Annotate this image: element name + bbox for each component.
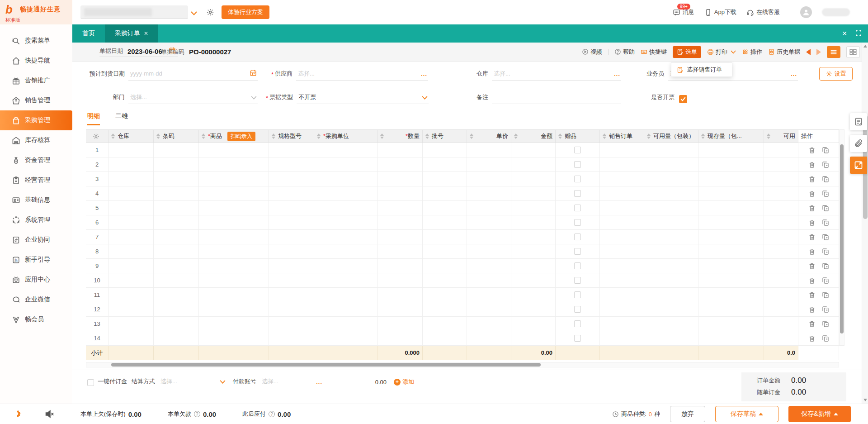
copy-add-icon[interactable] [822,190,829,197]
table-row[interactable]: 14 [86,331,844,346]
column-header-可用[interactable]: 可用 [764,129,798,143]
column-header-单价[interactable]: 单价 [467,129,511,143]
column-header-规格型号[interactable]: 规格型号 [269,129,314,143]
delete-icon[interactable] [808,190,816,197]
column-header-仓库[interactable]: 仓库 [108,129,154,143]
sidebar-item-baseinfo[interactable]: 基础信息 [0,190,72,210]
prev-doc-icon[interactable] [806,49,811,55]
delete-icon[interactable] [808,248,816,255]
column-header-可用量（包装）[interactable]: 可用量（包装） [644,129,698,143]
delete-icon[interactable] [808,233,816,241]
delete-icon[interactable] [808,205,816,212]
sidebar-item-purchase[interactable]: 采购管理 [0,110,72,130]
sort-icon[interactable] [470,133,473,139]
delete-icon[interactable] [808,277,816,284]
gift-checkbox[interactable] [574,205,581,211]
sort-icon[interactable] [767,133,770,139]
sidebar-item-sales[interactable]: 销售管理 [0,91,72,110]
copy-add-icon[interactable] [822,335,829,342]
table-row[interactable]: 3 [86,172,844,186]
gift-checkbox[interactable] [574,147,581,153]
print-button[interactable]: 打印 [707,48,727,56]
attachment-button[interactable] [850,135,867,152]
sort-icon[interactable] [647,133,651,139]
column-header-金额[interactable]: 金额 [511,129,556,143]
table-row[interactable]: 10 [86,273,844,288]
delete-icon[interactable] [808,219,816,226]
sidebar-item-appcenter[interactable]: 应用中心 [0,270,72,290]
tab-home[interactable]: 首页 [72,24,105,43]
table-row[interactable]: 5 [86,201,844,215]
close-tab-icon[interactable]: ✕ [144,30,148,37]
gift-checkbox[interactable] [574,161,581,168]
table-row[interactable]: 13 [86,317,844,331]
delete-icon[interactable] [808,320,816,328]
sidebar-item-search[interactable]: 搜索菜单 [0,31,72,51]
copy-add-icon[interactable] [822,306,829,313]
sort-icon[interactable] [425,133,429,139]
chevron-down-icon[interactable] [191,10,197,17]
remark-field[interactable]: 备注 [461,89,621,104]
industry-solution-button[interactable]: 体验行业方案 [222,5,269,19]
warehouse-field[interactable]: 仓库 选择... ... [461,65,621,81]
gift-checkbox[interactable] [574,320,581,327]
gift-checkbox[interactable] [574,190,581,197]
expected-date-field[interactable]: 预计到货日期 yyyy-mm-dd [81,65,258,81]
sidebar-item-home[interactable]: 快捷导航 [0,51,72,71]
table-row[interactable]: 11 [86,288,844,302]
chevron-down-icon[interactable] [251,94,257,101]
scan-input-button[interactable]: 扫码录入 [227,132,255,141]
online-service-link[interactable]: 在线客服 [746,8,780,16]
avatar[interactable] [800,6,812,18]
column-header-现存量（包...[interactable]: 现存量（包... [698,129,764,143]
table-row[interactable]: 1 [86,143,844,157]
app-download-link[interactable]: App下载 [704,8,736,16]
column-header-数量[interactable]: *数量 [377,129,423,143]
messages-link[interactable]: 消息 99+ [673,8,694,16]
delete-icon[interactable] [808,147,816,154]
print-dropdown-icon[interactable] [731,48,736,55]
card-view-button[interactable] [846,46,860,58]
sidebar-item-funds[interactable]: 资金管理 [0,150,72,170]
copy-add-icon[interactable] [822,176,829,183]
expand-button[interactable] [850,157,867,174]
sort-icon[interactable] [603,133,606,139]
delete-icon[interactable] [808,306,816,313]
page-scrollbar[interactable] [862,43,868,404]
gift-checkbox[interactable] [574,176,581,182]
copy-add-icon[interactable] [822,262,829,270]
question-icon[interactable]: ? [269,411,275,417]
ellipsis-picker-icon[interactable]: ... [316,378,322,385]
close-all-tabs-icon[interactable]: ✕ [842,30,847,37]
deposit-amount-input[interactable]: 0.00 [333,379,387,388]
cancel-button[interactable]: 放弃 [670,406,705,422]
sort-icon[interactable] [202,133,205,139]
video-link[interactable]: 视频 [582,48,602,56]
copy-add-icon[interactable] [822,233,829,241]
gift-checkbox[interactable] [574,291,581,298]
bill-type-field[interactable]: * 票据类型 不开票 [266,89,429,104]
table-row[interactable]: 8 [86,244,844,259]
copy-add-icon[interactable] [822,147,829,154]
company-selector[interactable] [80,5,188,19]
copy-add-icon[interactable] [822,205,829,212]
pick-order-button[interactable]: 选单 [673,46,701,58]
sort-icon[interactable] [156,133,160,139]
delete-icon[interactable] [808,291,816,299]
sidebar-item-wechat[interactable]: 企业微信 [0,290,72,310]
question-icon[interactable]: ? [194,411,200,417]
tab-purchase-order[interactable]: 采购订单 ✕ [105,24,158,43]
settle-method-select[interactable]: 选择... [159,377,226,388]
sort-icon[interactable] [514,133,518,139]
list-view-button[interactable] [827,46,840,58]
table-vertical-scrollbar[interactable] [839,129,844,346]
delete-icon[interactable] [808,176,816,183]
fullscreen-icon[interactable] [855,30,862,38]
sidebar-item-inventory[interactable]: 库存核算 [0,130,72,150]
sidebar-item-guide[interactable]: 新新手引导 [0,250,72,270]
sort-icon[interactable] [111,133,115,139]
column-header-操作[interactable]: 操作 [798,129,839,143]
tab-detail[interactable]: 明细 [87,112,100,125]
department-field[interactable]: 部门 选择... [81,89,258,104]
column-header-批号[interactable]: 批号 [423,129,467,143]
